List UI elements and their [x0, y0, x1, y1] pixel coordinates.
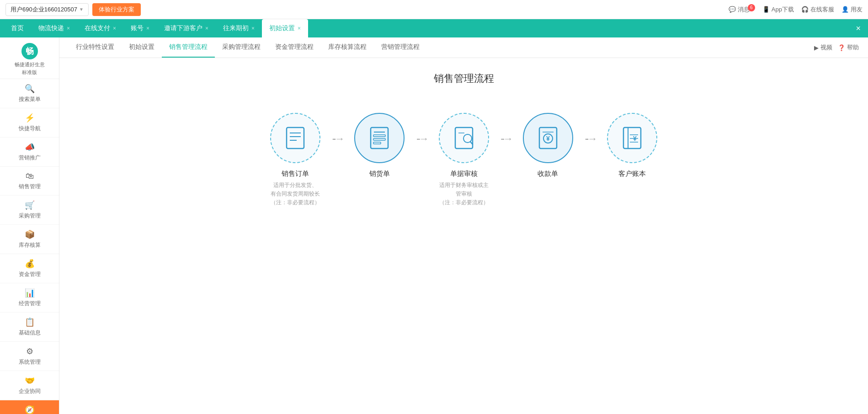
svg-rect-2	[287, 127, 304, 149]
avatar-icon: 👤	[841, 6, 849, 13]
video-button[interactable]: ▶ 视频	[814, 43, 832, 52]
app-icon: 📱	[762, 6, 770, 13]
flow-label-receipt: 收款单	[538, 170, 558, 178]
subtab-marketing-flow[interactable]: 营销管理流程	[374, 37, 427, 58]
flow-item-sales-delivery: 销货单	[343, 113, 416, 181]
trial-button[interactable]: 体验行业方案	[92, 3, 141, 16]
svg-rect-19	[623, 127, 641, 149]
sidebar-item-inventory[interactable]: 📦 库存核算	[0, 225, 59, 254]
sidebar-finance-label: 资金管理	[19, 271, 41, 278]
tab-init-label: 初始设置	[269, 24, 295, 32]
sidebar-item-sales[interactable]: 🛍 销售管理	[0, 167, 59, 196]
flow-circle-receipt: ¥	[523, 113, 573, 163]
sales-delivery-icon	[367, 126, 392, 150]
tab-invite-label: 邀请下游客户	[164, 24, 202, 32]
sidebar-item-collab[interactable]: 🤝 企业协同	[0, 371, 59, 400]
sidebar-item-marketing[interactable]: 📣 营销推广	[0, 138, 59, 167]
subtab-sales-flow[interactable]: 销售管理流程	[162, 37, 215, 58]
top-bar-left: 用户690企业1660120507 ▼ 体验行业方案	[5, 3, 141, 16]
logo-title: 畅捷通好生意	[15, 61, 45, 68]
tab-home[interactable]: 首页	[4, 19, 31, 37]
video-icon: ▶	[814, 44, 819, 51]
sub-tabs: 行业特性设置 初始设置 销售管理流程 采购管理流程 资金管理流程 库存核算流程 …	[59, 37, 868, 58]
flow-arrow-2: ···→	[416, 113, 427, 145]
flow-circle-account: ¥	[607, 113, 657, 163]
close-icon[interactable]: ×	[146, 25, 149, 32]
sidebar-item-basic[interactable]: 📋 基础信息	[0, 313, 59, 342]
tab-period-label: 往来期初	[223, 24, 249, 32]
sidebar-item-operations[interactable]: 📊 经营管理	[0, 283, 59, 313]
account-book-icon: ¥	[620, 126, 644, 150]
chart-icon: 📊	[25, 288, 35, 298]
subtab-inventory-flow[interactable]: 库存核算流程	[321, 37, 374, 58]
tab-account[interactable]: 账号 ×	[123, 19, 157, 37]
flow-arrow-4: ···→	[585, 113, 596, 145]
subtab-purchase-flow[interactable]: 采购管理流程	[215, 37, 268, 58]
flow-circle-sales-order	[270, 113, 320, 163]
sidebar-item-purchase[interactable]: 🛒 采购管理	[0, 196, 59, 225]
sidebar-item-finance[interactable]: 💰 资金管理	[0, 254, 59, 283]
flow-label-audit: 单据审核	[450, 170, 478, 178]
sidebar-item-quick[interactable]: ⚡ 快捷导航	[0, 108, 59, 138]
tab-payment[interactable]: 在线支付 ×	[77, 19, 123, 37]
subtab-finance-flow[interactable]: 资金管理流程	[268, 37, 321, 58]
close-all-button[interactable]: ×	[852, 24, 864, 33]
help-label: 帮助	[847, 43, 859, 52]
tab-logistics[interactable]: 物流快递 ×	[31, 19, 77, 37]
app-download-button[interactable]: 📱 App下载	[762, 5, 794, 14]
message-button[interactable]: 💬 消息 6	[729, 5, 755, 14]
tab-invite[interactable]: 邀请下游客户 ×	[157, 19, 216, 37]
logo-icon: 畅	[21, 42, 39, 60]
user-avatar[interactable]: 👤 用友	[841, 5, 863, 14]
page-body: 销售管理流程 销售订单 适用于分批发货、有合同发货周期较长（注：非必要流程）	[59, 58, 868, 414]
subtab-marketing-flow-label: 营销管理流程	[381, 43, 420, 50]
sidebar-system-label: 系统管理	[19, 358, 41, 366]
flow-label-sales-order: 销售订单	[282, 170, 309, 178]
tab-logistics-label: 物流快递	[38, 24, 64, 32]
clipboard-icon: 📋	[25, 317, 35, 327]
user-label: 用户690企业1660120507	[11, 5, 77, 14]
flow-label-account: 客户账本	[618, 170, 646, 178]
top-bar: 用户690企业1660120507 ▼ 体验行业方案 💬 消息 6 📱 App下…	[0, 0, 868, 19]
gear-icon: ⚙	[26, 346, 33, 356]
chevron-down-icon: ▼	[79, 7, 84, 12]
close-icon[interactable]: ×	[205, 25, 208, 32]
sidebar-item-system[interactable]: ⚙ 系统管理	[0, 342, 59, 371]
headset-icon: 🎧	[801, 6, 809, 13]
close-icon[interactable]: ×	[67, 25, 70, 32]
main-layout: 畅 畅捷通好生意 标准版 🔍 搜索菜单 ⚡ 快捷导航 📣 营销推广 🛍 销售管理…	[0, 37, 868, 414]
subtab-init[interactable]: 初始设置	[122, 37, 162, 58]
flow-diagram: 销售订单 适用于分批发货、有合同发货周期较长（注：非必要流程） ···→	[78, 113, 850, 207]
flow-circle-sales-delivery	[354, 113, 405, 163]
help-button[interactable]: ❓ 帮助	[838, 43, 859, 52]
message-icon: 💬	[729, 6, 736, 13]
sales-order-icon	[283, 126, 308, 150]
sidebar-item-newbie[interactable]: 🧭 新手引导	[0, 400, 59, 414]
svg-rect-6	[371, 127, 388, 149]
flow-label-sales-delivery: 销货单	[369, 170, 390, 178]
flow-circle-audit	[439, 113, 489, 163]
service-button[interactable]: 🎧 在线客服	[801, 5, 834, 14]
tab-init[interactable]: 初始设置 ×	[262, 19, 308, 37]
subtab-industry[interactable]: 行业特性设置	[69, 37, 122, 58]
sidebar-item-search[interactable]: 🔍 搜索菜单	[0, 79, 59, 108]
sidebar-collab-label: 企业协同	[19, 387, 41, 395]
close-icon[interactable]: ×	[251, 25, 255, 32]
flow-item-sales-order: 销售订单 适用于分批发货、有合同发货周期较长（注：非必要流程）	[259, 113, 332, 207]
username-label: 用友	[851, 5, 863, 14]
sidebar-purchase-label: 采购管理	[19, 212, 41, 220]
box-icon: 📦	[25, 229, 35, 239]
logo-subtitle: 标准版	[22, 69, 37, 76]
tab-period[interactable]: 往来期初 ×	[216, 19, 262, 37]
close-icon[interactable]: ×	[298, 25, 301, 32]
nav-tabs: 首页 物流快递 × 在线支付 × 账号 × 邀请下游客户 × 往来期初 × 初始…	[0, 19, 868, 37]
sidebar: 畅 畅捷通好生意 标准版 🔍 搜索菜单 ⚡ 快捷导航 📣 营销推广 🛍 销售管理…	[0, 37, 59, 414]
close-icon[interactable]: ×	[113, 25, 116, 32]
lightning-icon: ⚡	[25, 113, 35, 123]
subtab-inventory-flow-label: 库存核算流程	[328, 43, 367, 50]
flow-desc-sales-order: 适用于分批发货、有合同发货周期较长（注：非必要流程）	[271, 181, 320, 207]
handshake-icon: 🤝	[25, 376, 35, 386]
flow-arrow-3: ···→	[501, 113, 511, 145]
compass-icon: 🧭	[25, 405, 35, 414]
user-selector[interactable]: 用户690企业1660120507 ▼	[5, 3, 89, 16]
